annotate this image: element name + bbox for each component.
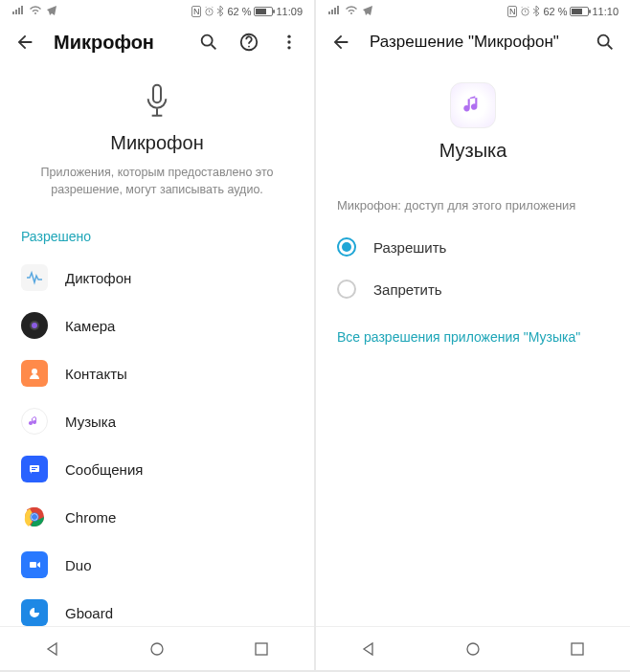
duo-icon xyxy=(21,551,48,578)
page-title: Разрешение "Микрофон" xyxy=(370,33,576,52)
music-icon xyxy=(21,408,48,435)
telegram-icon xyxy=(362,5,373,18)
app-hero: Музыка xyxy=(316,63,630,181)
help-button[interactable] xyxy=(237,31,260,54)
svg-rect-20 xyxy=(256,643,267,655)
app-item-chrome[interactable]: Chrome xyxy=(0,493,314,541)
recorder-icon xyxy=(21,264,48,291)
status-bar: N 62 % 11:09 xyxy=(0,0,314,21)
status-left xyxy=(11,5,57,18)
svg-point-23 xyxy=(467,643,479,655)
svg-rect-24 xyxy=(572,643,583,655)
microphone-icon xyxy=(29,82,285,121)
app-name: Контакты xyxy=(65,366,127,382)
contacts-icon xyxy=(21,360,48,387)
radio-icon xyxy=(337,280,356,299)
battery-percent: 62 % xyxy=(543,6,567,17)
header: Микрофон xyxy=(0,21,314,63)
radio-allow[interactable]: Разрешить xyxy=(337,226,609,268)
status-left xyxy=(327,5,373,18)
search-button[interactable] xyxy=(594,31,617,54)
svg-point-17 xyxy=(32,514,37,520)
telegram-icon xyxy=(46,5,57,18)
status-time: 11:10 xyxy=(592,6,619,17)
signal-icon xyxy=(327,6,341,17)
screen-app-permission-detail: N 62 % 11:10 Разрешение "Микрофон" Музык… xyxy=(316,0,630,670)
app-list: Диктофон Камера Контакты Музыка Сообщени… xyxy=(0,254,314,626)
camera-icon xyxy=(21,312,48,339)
bluetooth-icon xyxy=(533,6,540,18)
app-item-music[interactable]: Музыка xyxy=(0,397,314,445)
page-title: Микрофон xyxy=(54,32,180,54)
app-item-gboard[interactable]: Gboard xyxy=(0,589,314,626)
app-name: Музыка xyxy=(65,414,116,430)
radio-label: Разрешить xyxy=(373,239,446,256)
svg-point-9 xyxy=(32,323,37,328)
hero-section: Микрофон Приложения, которым предоставле… xyxy=(0,63,314,208)
wifi-icon xyxy=(29,6,42,17)
bluetooth-icon xyxy=(217,6,224,18)
permission-section: Микрофон: доступ для этого приложения Ра… xyxy=(316,181,630,310)
back-button[interactable] xyxy=(329,31,352,54)
battery-icon xyxy=(570,7,589,16)
status-right: N 62 % 11:09 xyxy=(191,6,303,18)
header: Разрешение "Микрофон" xyxy=(316,21,630,63)
radio-icon xyxy=(337,237,356,257)
svg-rect-13 xyxy=(32,469,35,470)
app-name: Gboard xyxy=(65,605,113,621)
app-item-messages[interactable]: Сообщения xyxy=(0,445,314,493)
svg-point-4 xyxy=(287,35,290,38)
status-bar: N 62 % 11:10 xyxy=(316,0,630,21)
svg-point-1 xyxy=(202,35,213,46)
app-name: Камера xyxy=(65,318,115,334)
navigation-bar xyxy=(316,626,630,670)
app-name: Duo xyxy=(65,557,92,573)
status-time: 11:09 xyxy=(276,6,303,17)
app-icon-large xyxy=(345,82,601,128)
alarm-icon xyxy=(520,6,530,18)
app-name: Chrome xyxy=(65,509,116,526)
alarm-icon xyxy=(204,6,214,18)
svg-point-6 xyxy=(287,46,290,49)
svg-rect-12 xyxy=(32,467,37,468)
nav-back-button[interactable] xyxy=(358,638,379,660)
permission-section-title: Микрофон: доступ для этого приложения xyxy=(337,198,609,213)
gboard-icon xyxy=(21,599,48,626)
app-name: Сообщения xyxy=(65,461,143,478)
app-item-contacts[interactable]: Контакты xyxy=(0,349,314,397)
svg-point-19 xyxy=(151,643,163,655)
section-allowed-label: Разрешено xyxy=(0,208,314,254)
app-item-camera[interactable]: Камера xyxy=(0,302,314,349)
all-permissions-link[interactable]: Все разрешения приложения "Музыка" xyxy=(316,310,630,364)
more-button[interactable] xyxy=(278,31,301,54)
svg-rect-7 xyxy=(153,85,161,103)
nav-back-button[interactable] xyxy=(42,638,63,660)
svg-point-5 xyxy=(287,40,290,43)
hero-title: Микрофон xyxy=(29,132,285,154)
battery-percent: 62 % xyxy=(227,6,251,17)
chrome-icon xyxy=(21,504,48,530)
nav-recent-button[interactable] xyxy=(251,638,272,660)
wifi-icon xyxy=(345,6,358,17)
nav-home-button[interactable] xyxy=(462,638,484,660)
screen-microphone-permission: N 62 % 11:09 Микрофон М xyxy=(0,0,314,670)
app-item-duo[interactable]: Duo xyxy=(0,541,314,589)
nav-home-button[interactable] xyxy=(146,638,168,660)
app-item-recorder[interactable]: Диктофон xyxy=(0,254,314,302)
svg-rect-18 xyxy=(30,562,36,568)
back-button[interactable] xyxy=(13,31,36,54)
app-name-title: Музыка xyxy=(345,140,601,162)
nav-recent-button[interactable] xyxy=(567,638,588,660)
radio-label: Запретить xyxy=(373,281,442,298)
battery-icon xyxy=(254,7,273,16)
hero-description: Приложения, которым предоставлено это ра… xyxy=(29,164,285,198)
radio-deny[interactable]: Запретить xyxy=(337,268,609,310)
svg-point-10 xyxy=(32,369,37,374)
status-right: N 62 % 11:10 xyxy=(507,6,619,18)
svg-point-22 xyxy=(598,35,609,46)
messages-icon xyxy=(21,456,48,482)
navigation-bar xyxy=(0,626,314,670)
signal-icon xyxy=(11,6,25,17)
svg-point-3 xyxy=(248,46,250,48)
search-button[interactable] xyxy=(197,31,220,54)
